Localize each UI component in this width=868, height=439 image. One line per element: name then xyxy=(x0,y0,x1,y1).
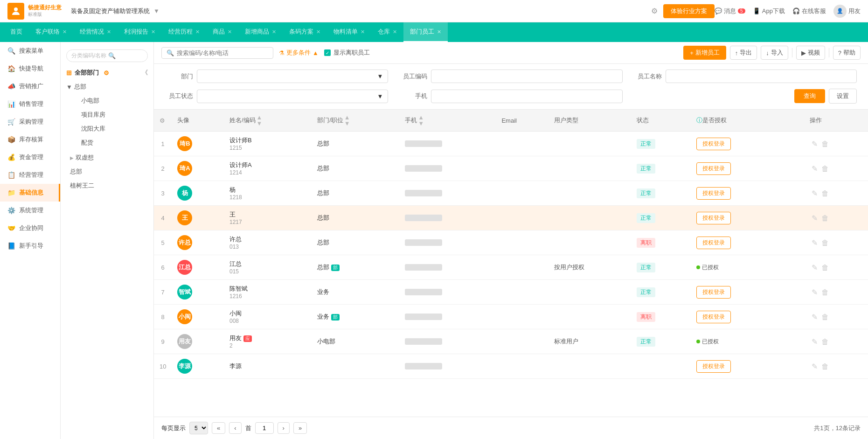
search-input[interactable] xyxy=(177,49,261,56)
delete-button[interactable]: 🗑 xyxy=(819,239,831,247)
last-page-button[interactable]: » xyxy=(293,422,307,434)
dept-setting-icon[interactable]: ⚙ xyxy=(104,70,109,77)
dept-node-xmkf[interactable]: 项目库房 xyxy=(66,108,153,122)
sidebar-item-system[interactable]: ⚙️ 系统管理 xyxy=(0,202,60,219)
adv-phone-input[interactable] xyxy=(431,90,622,103)
message-button[interactable]: 💬 消息 5 xyxy=(715,7,745,15)
edit-button[interactable]: ✎ xyxy=(810,165,819,173)
filter-more-button[interactable]: ⚗ 更多条件 ▲ xyxy=(279,49,319,57)
sort-dept-icon[interactable]: 部门/职位 ▲▼ xyxy=(317,114,350,126)
auth-button[interactable]: 授权登录 xyxy=(696,237,731,249)
auth-button[interactable]: 授权登录 xyxy=(696,311,731,323)
tab-barcode[interactable]: 条码方案 ✕ xyxy=(283,22,327,42)
sidebar-item-finance[interactable]: 💰 资金管理 xyxy=(0,148,60,166)
sort-name-icon[interactable]: 姓名/编码 ▲▼ xyxy=(229,114,263,126)
dept-all-title[interactable]: ⊞ 全部部门 ⚙ 《 xyxy=(61,66,153,80)
auth-button[interactable]: 授权登录 xyxy=(696,360,731,373)
tab-warehouse[interactable]: 仓库 ✕ xyxy=(371,22,403,42)
settings-icon[interactable]: ⚙ xyxy=(160,117,165,124)
tab-dept-employees[interactable]: 部门员工 ✕ xyxy=(403,22,448,42)
system-dropdown-arrow[interactable]: ▼ xyxy=(153,7,160,14)
tab-close-icon[interactable]: ✕ xyxy=(272,29,276,35)
tab-close-icon[interactable]: ✕ xyxy=(62,29,67,35)
dept-node-xd[interactable]: 小电部 xyxy=(66,94,153,108)
query-button[interactable]: 查询 xyxy=(794,89,825,103)
th-phone[interactable]: 手机 ▲▼ xyxy=(399,110,496,132)
page-number-input[interactable] xyxy=(255,422,274,434)
tab-customers[interactable]: 客户联络 ✕ xyxy=(29,22,73,42)
edit-button[interactable]: ✎ xyxy=(810,140,819,148)
per-page-select[interactable]: 50 100 200 xyxy=(189,422,208,434)
tab-close-icon[interactable]: ✕ xyxy=(228,29,232,35)
tab-business-status[interactable]: 经营情况 ✕ xyxy=(73,22,118,42)
th-settings[interactable]: ⚙ xyxy=(154,110,172,132)
edit-button[interactable]: ✎ xyxy=(810,288,819,296)
tab-add-goods[interactable]: 新增商品 ✕ xyxy=(238,22,283,42)
adv-dept-select[interactable]: ▼ xyxy=(197,70,388,83)
dept-search-input[interactable]: 分类编码/名称 🔍 xyxy=(66,49,148,62)
tab-close-icon[interactable]: ✕ xyxy=(393,29,397,35)
edit-button[interactable]: ✎ xyxy=(810,214,819,222)
add-employee-button[interactable]: + 新增员工 xyxy=(683,46,726,60)
auth-button[interactable]: 授权登录 xyxy=(696,187,731,200)
tab-close-icon[interactable]: ✕ xyxy=(437,29,441,35)
edit-button[interactable]: ✎ xyxy=(810,338,819,346)
tab-close-icon[interactable]: ✕ xyxy=(316,29,320,35)
sidebar-item-nav[interactable]: 🏠 快捷导航 xyxy=(0,60,60,77)
dept-node-zb[interactable]: 总部 xyxy=(61,165,153,179)
tab-home[interactable]: 首页 xyxy=(4,22,29,42)
dept-node-syd[interactable]: 沈阳大库 xyxy=(66,122,153,136)
edit-button[interactable]: ✎ xyxy=(810,189,819,197)
sidebar-item-guide[interactable]: 📘 新手引导 xyxy=(0,237,60,255)
tab-profit-report[interactable]: 利润报告 ✕ xyxy=(118,22,162,42)
edit-button[interactable]: ✎ xyxy=(810,313,819,321)
first-page-button[interactable]: « xyxy=(212,422,225,434)
th-name-code[interactable]: 姓名/编码 ▲▼ xyxy=(224,110,312,132)
delete-button[interactable]: 🗑 xyxy=(819,288,831,296)
sidebar-item-marketing[interactable]: 📣 营销推广 xyxy=(0,77,60,95)
delete-button[interactable]: 🗑 xyxy=(819,362,831,370)
tab-close-icon[interactable]: ✕ xyxy=(151,29,155,35)
user-menu[interactable]: 👤 用友 xyxy=(833,5,861,18)
edit-button[interactable]: ✎ xyxy=(810,239,819,247)
tab-close-icon[interactable]: ✕ xyxy=(107,29,111,35)
adv-status-select[interactable]: ▼ xyxy=(197,90,388,103)
tab-goods[interactable]: 商品 ✕ xyxy=(206,22,238,42)
delete-button[interactable]: 🗑 xyxy=(819,214,831,222)
sort-phone-icon[interactable]: 手机 ▲▼ xyxy=(405,114,424,126)
auth-button[interactable]: 授权登录 xyxy=(696,138,731,150)
set-button[interactable]: 设置 xyxy=(829,89,857,104)
dept-node-sxx[interactable]: ▶ 双虚想 xyxy=(61,151,153,165)
next-page-button[interactable]: › xyxy=(278,422,290,434)
tab-close-icon[interactable]: ✕ xyxy=(195,29,200,35)
import-button[interactable]: ↓ 导入 xyxy=(761,46,788,60)
tab-business-process[interactable]: 经营历程 ✕ xyxy=(162,22,206,42)
dept-node-ph[interactable]: 配货 xyxy=(66,136,153,150)
delete-button[interactable]: 🗑 xyxy=(819,140,831,148)
sidebar-item-basic[interactable]: 📁 基础信息 xyxy=(0,184,60,202)
edit-button[interactable]: ✎ xyxy=(810,264,819,272)
search-input-wrap[interactable]: 🔍 xyxy=(161,47,273,59)
sidebar-item-management[interactable]: 📋 经营管理 xyxy=(0,166,60,184)
show-resigned-toggle[interactable]: ✓ 显示离职员工 xyxy=(324,49,370,57)
dept-node-zsw[interactable]: 植树王二 xyxy=(61,179,153,193)
export-button[interactable]: ↑ 导出 xyxy=(730,46,757,60)
online-service-button[interactable]: 🎧 在线客服 xyxy=(792,7,826,15)
tab-bom[interactable]: 物料清单 ✕ xyxy=(327,22,371,42)
sidebar-item-purchase[interactable]: 🛒 采购管理 xyxy=(0,113,60,131)
delete-button[interactable]: 🗑 xyxy=(819,189,831,197)
delete-button[interactable]: 🗑 xyxy=(819,313,831,321)
gear-button[interactable]: ⚙ xyxy=(646,7,663,15)
auth-button[interactable]: 授权登录 xyxy=(696,212,731,224)
auth-button[interactable]: 授权登录 xyxy=(696,286,731,299)
adv-emp-code-input[interactable] xyxy=(431,70,622,83)
help-button[interactable]: ? 帮助 xyxy=(833,46,861,60)
sidebar-item-sales[interactable]: 📊 销售管理 xyxy=(0,95,60,113)
delete-button[interactable]: 🗑 xyxy=(819,338,831,346)
dept-general-title[interactable]: ▼ 总部 xyxy=(61,80,153,94)
prev-page-button[interactable]: ‹ xyxy=(229,422,241,434)
delete-button[interactable]: 🗑 xyxy=(819,165,831,173)
edit-button[interactable]: ✎ xyxy=(810,362,819,370)
tab-close-icon[interactable]: ✕ xyxy=(361,29,365,35)
checkbox-show-resigned[interactable]: ✓ xyxy=(324,49,331,56)
